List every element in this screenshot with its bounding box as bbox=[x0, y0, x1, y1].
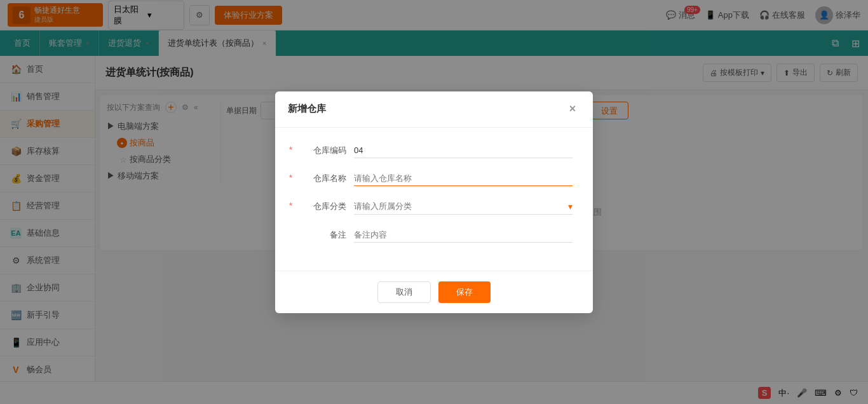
code-label: 仓库编码 bbox=[295, 145, 346, 156]
category-label: 仓库分类 bbox=[295, 201, 346, 212]
modal-header: 新增仓库 × bbox=[275, 91, 593, 128]
remark-label: 备注 bbox=[295, 229, 346, 241]
code-input[interactable] bbox=[354, 143, 573, 158]
code-form-item: 仓库编码 bbox=[295, 143, 573, 158]
name-label: 仓库名称 bbox=[295, 173, 346, 184]
cancel-button[interactable]: 取消 bbox=[377, 281, 431, 303]
save-button[interactable]: 保存 bbox=[438, 281, 491, 303]
new-warehouse-modal: 新增仓库 × 仓库编码 仓库名称 仓库分类 ▾ bbox=[275, 91, 593, 313]
category-form-item: 仓库分类 ▾ bbox=[295, 199, 573, 215]
name-input[interactable] bbox=[354, 171, 573, 186]
name-form-item: 仓库名称 bbox=[295, 171, 573, 186]
modal-close-button[interactable]: × bbox=[565, 102, 580, 117]
modal-footer: 取消 保存 bbox=[275, 271, 593, 313]
remark-input[interactable] bbox=[354, 227, 573, 243]
modal-overlay: 新增仓库 × 仓库编码 仓库名称 仓库分类 ▾ bbox=[0, 0, 868, 404]
remark-form-item: 备注 bbox=[295, 227, 573, 243]
modal-title: 新增仓库 bbox=[288, 103, 326, 115]
category-dropdown-icon: ▾ bbox=[568, 201, 573, 212]
category-select-wrapper[interactable]: ▾ bbox=[354, 199, 573, 215]
category-select-input[interactable] bbox=[354, 201, 568, 211]
modal-body: 仓库编码 仓库名称 仓库分类 ▾ 备注 bbox=[275, 128, 593, 271]
